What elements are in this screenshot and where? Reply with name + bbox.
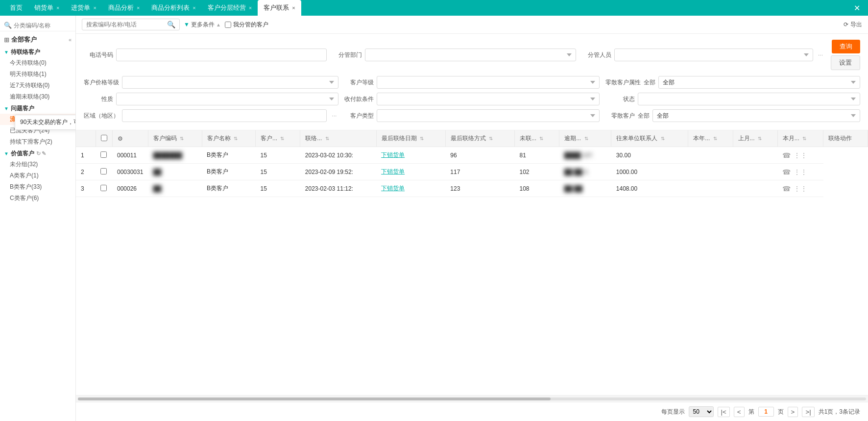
first-page-btn[interactable]: |< bbox=[718, 407, 730, 417]
export-icon: ⟳ bbox=[844, 21, 848, 28]
manager-dots-btn[interactable]: ··· bbox=[816, 51, 825, 58]
td-this-year-1: 30.00 bbox=[611, 147, 688, 164]
query-button[interactable]: 查询 bbox=[832, 40, 860, 53]
my-customers-checkbox[interactable] bbox=[225, 22, 231, 28]
filter-input-region[interactable] bbox=[122, 109, 327, 122]
filter-field-status: 状态 bbox=[605, 93, 860, 105]
table-row: 3 000026 ██ B类客户 15 2023-02-03 11:12: 下销… bbox=[76, 180, 868, 197]
search-input[interactable] bbox=[86, 21, 167, 28]
filter-field-nature: 性质 bbox=[84, 93, 338, 105]
filter-select-status[interactable] bbox=[638, 93, 860, 105]
last-method-link-1[interactable]: 下销货单 bbox=[381, 151, 405, 158]
sort-last-method-icon[interactable]: ⇅ bbox=[489, 136, 493, 141]
td-last-method-1: 下销货单 bbox=[376, 147, 445, 164]
sidebar-item-ungrouped[interactable]: 未分组(32) bbox=[0, 159, 75, 170]
tab-product-list-close[interactable]: × bbox=[193, 5, 195, 11]
sidebar-search-icon: 🔍 bbox=[4, 22, 12, 29]
sidebar-root[interactable]: ⊞ 全部客户 « bbox=[0, 33, 75, 46]
filter-label-price-level: 客户价格等级 bbox=[84, 78, 119, 87]
th-settings[interactable]: ⚙ bbox=[112, 130, 148, 147]
tab-purchase-close[interactable]: × bbox=[93, 5, 96, 11]
sort-last-date-icon[interactable]: ⇅ bbox=[420, 136, 424, 141]
settings-button[interactable]: 设置 bbox=[831, 55, 860, 70]
tab-sales-close[interactable]: × bbox=[56, 5, 59, 11]
sort-this-month-icon[interactable]: ⇅ bbox=[802, 136, 806, 141]
my-customers-checkbox-label[interactable]: 我分管的客户 bbox=[225, 21, 268, 29]
filter-label-retail: 零散客户 bbox=[605, 112, 635, 120]
sort-this-year-icon[interactable]: ⇅ bbox=[713, 136, 717, 141]
row-checkbox-1[interactable] bbox=[100, 151, 107, 158]
td-checkbox-2 bbox=[96, 164, 112, 180]
action-icon-phone-3[interactable]: ☎ bbox=[782, 185, 791, 193]
sidebar-search-input[interactable] bbox=[14, 22, 72, 29]
filter-row-2: 客户价格等级 客户等级 零散客户属性 全部 全部 bbox=[84, 76, 860, 89]
filter-select-customer-type[interactable] bbox=[377, 109, 599, 122]
tab-customer-tier[interactable]: 客户分层经营 × bbox=[202, 0, 258, 16]
filter-input-phone[interactable] bbox=[116, 49, 327, 61]
tab-home[interactable]: 首页 bbox=[4, 0, 28, 16]
window-close-icon[interactable]: ✕ bbox=[850, 3, 864, 13]
row-checkbox-3[interactable] bbox=[100, 185, 107, 191]
sort-unit-contact-icon[interactable]: ⇅ bbox=[661, 136, 665, 141]
action-icon-phone-1[interactable]: ☎ bbox=[782, 151, 791, 159]
sidebar-item-class-c[interactable]: C类客户(6) bbox=[0, 193, 75, 204]
sidebar-group-pending[interactable]: ▼ 待联络客户 bbox=[0, 46, 75, 57]
filter-select-retail[interactable]: 全部 bbox=[652, 109, 860, 122]
filter-select-price-level[interactable] bbox=[122, 76, 338, 89]
tab-product-analysis-close[interactable]: × bbox=[137, 5, 140, 11]
filter-select-dept[interactable] bbox=[365, 49, 576, 61]
action-icon-more-3[interactable]: ⋮⋮ bbox=[794, 185, 807, 193]
tab-product-list[interactable]: 商品分析列表 × bbox=[145, 0, 201, 16]
horizontal-scrollbar[interactable] bbox=[76, 395, 868, 402]
page-label-2: 页 bbox=[778, 408, 784, 416]
sort-uncontacted-icon[interactable]: ⇅ bbox=[539, 136, 543, 141]
sidebar-item-7days[interactable]: 近7天待联络(0) bbox=[0, 80, 75, 91]
action-icon-more-2[interactable]: ⋮⋮ bbox=[794, 168, 807, 176]
next-page-btn[interactable]: > bbox=[788, 407, 798, 417]
tab-customer-contact[interactable]: 客户联系 × bbox=[258, 0, 301, 16]
action-icon-phone-2[interactable]: ☎ bbox=[782, 168, 791, 176]
sidebar-item-class-a[interactable]: A类客户(1) bbox=[0, 170, 75, 181]
tab-customer-tier-close[interactable]: × bbox=[249, 5, 252, 11]
sidebar-group-value[interactable]: ▼ 价值客户 ↻ ✎ bbox=[0, 148, 75, 159]
row-checkbox-2[interactable] bbox=[100, 168, 107, 174]
sidebar-item-tomorrow[interactable]: 明天待联络(1) bbox=[0, 69, 75, 80]
edit-icon[interactable]: ✎ bbox=[42, 150, 46, 157]
last-page-btn[interactable]: >| bbox=[802, 407, 814, 417]
sort-overdue-icon[interactable]: ⇅ bbox=[584, 136, 588, 141]
filter-select-manager[interactable] bbox=[614, 49, 813, 61]
sort-last-month-icon[interactable]: ⇅ bbox=[758, 136, 762, 141]
tab-purchase[interactable]: 进货单 × bbox=[65, 0, 102, 16]
sort-contact-icon[interactable]: ⇅ bbox=[325, 136, 329, 141]
sidebar-item-today[interactable]: 今天待联络(0) bbox=[0, 57, 75, 69]
customer-name-3: ██ bbox=[153, 185, 161, 192]
filter-select-payment[interactable] bbox=[377, 93, 599, 105]
filter-select-customer-level[interactable] bbox=[377, 76, 599, 89]
last-method-link-3[interactable]: 下销货单 bbox=[381, 185, 405, 192]
tab-product-analysis[interactable]: 商品分析 × bbox=[102, 0, 145, 16]
td-uncontacted-3: 123 bbox=[445, 180, 514, 197]
refresh-icon[interactable]: ↻ bbox=[36, 150, 41, 157]
action-icon-more-1[interactable]: ⋮⋮ bbox=[794, 151, 807, 159]
tab-customer-contact-close[interactable]: × bbox=[292, 5, 295, 11]
last-method-link-2[interactable]: 下销货单 bbox=[381, 168, 405, 175]
sidebar-item-class-b[interactable]: B类客户(33) bbox=[0, 181, 75, 193]
sort-name-icon[interactable]: ⇅ bbox=[234, 136, 238, 141]
more-conditions-btn[interactable]: ▼ 更多条件 ▲ bbox=[184, 21, 221, 29]
sidebar-item-overdue[interactable]: 逾期未联络(30) bbox=[0, 91, 75, 102]
collapse-icon[interactable]: « bbox=[69, 37, 72, 43]
sidebar-group-problem[interactable]: ▼ 问题客户 bbox=[0, 102, 75, 114]
sort-type-icon[interactable]: ⇅ bbox=[280, 136, 284, 141]
select-all-checkbox[interactable] bbox=[101, 135, 107, 141]
filter-select-nature[interactable] bbox=[116, 93, 338, 105]
page-input[interactable] bbox=[758, 407, 774, 417]
sidebar-item-declining[interactable]: 持续下滑客户(2) bbox=[0, 136, 75, 148]
sort-code-icon[interactable]: ⇅ bbox=[180, 136, 184, 141]
search-button[interactable]: 🔍 bbox=[167, 21, 175, 28]
filter-select-retail-attr[interactable]: 全部 bbox=[658, 76, 860, 89]
per-page-select[interactable]: 50 100 200 bbox=[689, 406, 714, 417]
prev-page-btn[interactable]: < bbox=[734, 407, 745, 417]
export-button[interactable]: ⟳ 导出 bbox=[844, 21, 862, 29]
tab-sales[interactable]: 销货单 × bbox=[28, 0, 65, 16]
region-dots-btn[interactable]: ··· bbox=[330, 112, 338, 119]
